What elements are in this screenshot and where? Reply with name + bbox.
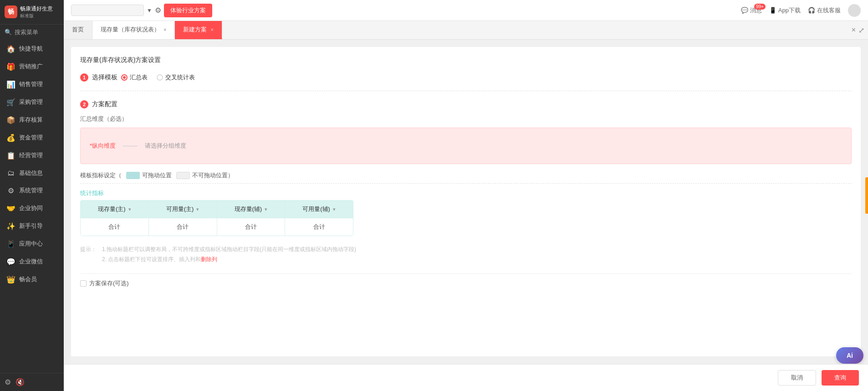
- sparkle-icon: ✨: [6, 222, 15, 231]
- step1-badge: 1: [80, 73, 88, 82]
- search-icon: 🔍: [5, 29, 12, 36]
- box-icon: 📦: [6, 116, 15, 124]
- topbar-search-area: ▼ ⚙ 体验行业方案: [71, 4, 736, 17]
- stats-section-label: 统计指标: [80, 189, 852, 197]
- clipboard-icon: 📋: [6, 151, 15, 160]
- topbar-dropdown-btn[interactable]: ▼: [147, 7, 152, 14]
- stats-table: 现存量(主) ▾ 合计 可用量(主) ▾ 合计: [80, 200, 353, 236]
- stats-col-body-1: 合计: [149, 218, 217, 236]
- sidebar-item-marketing[interactable]: 🎁 营销推广: [0, 58, 64, 76]
- tip-2: 2. 点击标题栏下拉可设置排序、插入列和删除列: [80, 255, 852, 265]
- tab-inventory-status[interactable]: 现存量（库存状况表） ×: [92, 21, 175, 39]
- tab-inventory-close[interactable]: ×: [163, 27, 166, 32]
- stats-table-header: 现存量(主) ▾ 合计 可用量(主) ▾ 合计: [81, 201, 353, 236]
- dimension-config-box[interactable]: *纵向维度 —— 请选择分组维度: [80, 128, 852, 164]
- sidebar-item-member[interactable]: 👑 畅会员: [0, 271, 64, 288]
- topbar-right: 💬 消息 99+ 📱 App下载 🎧 在线客服: [741, 4, 861, 17]
- gift-icon: 🎁: [6, 62, 15, 71]
- sidebar-item-wechat[interactable]: 💬 企业微信: [0, 253, 64, 271]
- sidebar-item-guide[interactable]: ✨ 新手引导: [0, 217, 64, 235]
- crown-icon: 👑: [6, 275, 15, 284]
- dimension-divider: ——: [123, 142, 138, 150]
- radio-dot-cross: [157, 74, 163, 81]
- non-draggable-legend-box: [176, 172, 190, 179]
- stats-col-header-3[interactable]: 可用量(辅) ▾: [285, 201, 353, 218]
- cancel-button[interactable]: 取消: [778, 370, 816, 386]
- save-checkbox[interactable]: [80, 280, 87, 287]
- tip-1: 提示： 1.拖动标题栏可以调整布局，不可跨维度或指标区域拖动栏目字段(只能在同一…: [80, 245, 852, 255]
- stats-col-header-1[interactable]: 可用量(主) ▾: [149, 201, 217, 218]
- chevron-down-icon-1[interactable]: ▾: [196, 206, 199, 212]
- sidebar-item-quick-nav[interactable]: 🏠 快捷导航: [0, 40, 64, 58]
- tab-new-plan[interactable]: 新建方案 ×: [175, 21, 222, 39]
- sidebar-item-basic-info[interactable]: 🗂 基础信息: [0, 165, 64, 182]
- sidebar-item-finance[interactable]: 💰 资金管理: [0, 129, 64, 147]
- radio-dot-summary: [121, 74, 128, 81]
- app-logo: 畅 畅康通好生意 标准版: [0, 0, 64, 25]
- step2-badge: 2: [80, 100, 88, 108]
- ai-fab-button[interactable]: Ai: [836, 347, 863, 364]
- query-button[interactable]: 查询: [822, 370, 859, 386]
- mobile-icon: 📱: [6, 240, 15, 248]
- stats-col-body-0: 合计: [81, 218, 148, 236]
- topbar-search-input[interactable]: [71, 5, 144, 16]
- sidebar-search[interactable]: 🔍 搜索菜单: [0, 25, 64, 40]
- tab-home[interactable]: 首页: [64, 21, 92, 39]
- content-footer: 方案保存(可选): [80, 273, 852, 288]
- main-area: ▼ ⚙ 体验行业方案 💬 消息 99+ 📱 App下载 🎧 在线客服 首页: [64, 0, 868, 391]
- stats-col-0: 现存量(主) ▾ 合计: [81, 201, 149, 236]
- app-download-btn[interactable]: 📱 App下载: [769, 6, 801, 15]
- chat-icon: 💬: [6, 257, 15, 266]
- gear-icon: ⚙: [6, 186, 15, 195]
- action-bar: 取消 查询: [64, 364, 868, 391]
- dimension-section-label: 汇总维度（必选）: [80, 115, 852, 123]
- money-icon: 💰: [6, 134, 15, 142]
- step1-section: 1 选择模板 汇总表 交叉统计表: [80, 73, 852, 82]
- sidebar-item-inventory[interactable]: 📦 库存核算: [0, 111, 64, 129]
- sidebar-item-enterprise-collab[interactable]: 🤝 企业协同: [0, 200, 64, 217]
- settings-bottom-btn[interactable]: ⚙: [5, 378, 11, 386]
- mute-bottom-btn[interactable]: 🔇: [15, 378, 25, 386]
- download-icon: 📱: [769, 7, 776, 14]
- stats-col-header-2[interactable]: 现存量(辅) ▾: [217, 201, 285, 218]
- stats-col-1: 可用量(主) ▾ 合计: [149, 201, 217, 236]
- headset-icon: 🎧: [808, 7, 815, 14]
- sidebar-item-app-center[interactable]: 📱 应用中心: [0, 235, 64, 253]
- sidebar-item-system[interactable]: ⚙ 系统管理: [0, 182, 64, 200]
- sidebar-item-sales[interactable]: 📊 销售管理: [0, 76, 64, 93]
- radio-cross-table[interactable]: 交叉统计表: [157, 73, 195, 82]
- user-avatar[interactable]: [848, 4, 861, 17]
- sidebar-item-purchase[interactable]: 🛒 采购管理: [0, 93, 64, 111]
- sidebar: 畅 畅康通好生意 标准版 🔍 搜索菜单 🏠 快捷导航 🎁 营销推广 📊 销售管理…: [0, 0, 64, 391]
- dimension-required-label: *纵向维度: [90, 142, 116, 150]
- sidebar-item-management[interactable]: 📋 经营管理: [0, 147, 64, 165]
- tab-new-plan-close[interactable]: ×: [210, 27, 213, 32]
- step1-title: 选择模板: [92, 73, 117, 82]
- close-window-btn[interactable]: ×: [852, 26, 856, 34]
- step2-header: 2 方案配置: [80, 100, 852, 108]
- tip-highlight: 删除列: [201, 256, 217, 262]
- step1-header: 1 选择模板 汇总表 交叉统计表: [80, 73, 852, 82]
- step2-section: 2 方案配置 汇总维度（必选） *纵向维度 —— 请选择分组维度 模板指标设定（…: [80, 100, 852, 264]
- message-btn[interactable]: 💬 消息 99+: [741, 6, 762, 15]
- radio-summary-table[interactable]: 汇总表: [121, 73, 148, 82]
- folder-icon: 🗂: [6, 169, 15, 177]
- dimension-placeholder: 请选择分组维度: [145, 142, 186, 150]
- sidebar-bottom: ⚙ 🔇: [0, 373, 64, 391]
- draggable-legend-box: [126, 172, 140, 179]
- online-service-btn[interactable]: 🎧 在线客服: [808, 6, 841, 15]
- chevron-down-icon-3[interactable]: ▾: [333, 206, 336, 212]
- message-icon: 💬: [741, 7, 748, 14]
- topbar-gear-icon[interactable]: ⚙: [155, 6, 161, 15]
- stats-col-body-2: 合计: [217, 218, 285, 236]
- sidebar-nav: 🏠 快捷导航 🎁 营销推广 📊 销售管理 🛒 采购管理 📦 库存核算 💰 资金管…: [0, 40, 64, 373]
- expand-window-btn[interactable]: ⤢: [858, 26, 864, 35]
- trial-button[interactable]: 体验行业方案: [164, 4, 212, 17]
- legend-non-draggable: 不可拖动位置）: [176, 171, 234, 180]
- chevron-down-icon-0[interactable]: ▾: [128, 206, 131, 212]
- stats-col-header-0[interactable]: 现存量(主) ▾: [81, 201, 148, 218]
- topbar: ▼ ⚙ 体验行业方案 💬 消息 99+ 📱 App下载 🎧 在线客服: [64, 0, 868, 21]
- tabs-bar: 首页 现存量（库存状况表） × 新建方案 × × ⤢: [64, 21, 868, 40]
- chevron-down-icon-2[interactable]: ▾: [265, 206, 267, 212]
- stats-col-3: 可用量(辅) ▾ 合计: [285, 201, 353, 236]
